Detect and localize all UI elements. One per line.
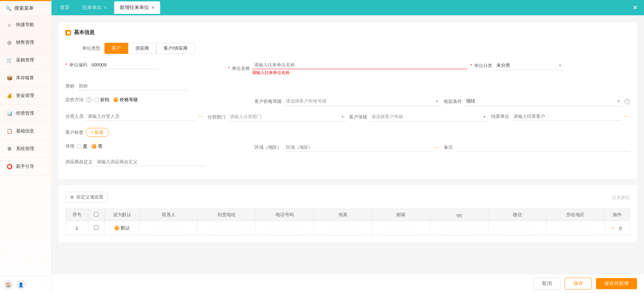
email-input[interactable] [384, 224, 418, 232]
customer-level-label: 客户等级 [349, 114, 367, 120]
row-delete-icon[interactable]: 🗑 [618, 226, 623, 231]
remark-input[interactable] [455, 143, 630, 152]
supplier-custom-input[interactable] [95, 158, 205, 166]
sidebar-item-sales[interactable]: ◎ 销售管理 [0, 34, 51, 51]
col-checkbox [88, 209, 104, 221]
select-all-checkbox[interactable] [94, 212, 99, 217]
row-default-cell: 默认 [104, 221, 140, 235]
newbie-icon: ⭕ [6, 163, 13, 170]
section-title: ▣ 基本信息 [65, 29, 630, 36]
unit-category-field: * 单位分类 未分类 ▼ [470, 61, 630, 70]
row-default-radio[interactable]: 默认 [108, 225, 136, 231]
tab-new-partner[interactable]: 新增往来单位✕ [114, 1, 160, 14]
sidebar-item-label-purchase: 采购管理 [16, 57, 34, 63]
customer-level-select[interactable]: 请选择客户等级 ▼ [369, 112, 488, 122]
settlement-unit-input[interactable] [511, 112, 621, 121]
unit-name-input[interactable] [252, 61, 468, 69]
sidebar-item-inventory[interactable]: 📦 库存核算 [0, 69, 51, 87]
row-region[interactable] [546, 221, 604, 235]
row-phone[interactable] [256, 221, 314, 235]
region-more-icon[interactable]: ··· [433, 144, 441, 150]
row-wechat[interactable] [488, 221, 546, 235]
search-icon: 🔍 [6, 6, 11, 11]
disabled-label: 停用 [65, 143, 74, 149]
customer-price-level-select[interactable]: 请选择客户价格等级 ▼ [284, 97, 441, 106]
quick-nav-icon: ⌂ [6, 21, 13, 29]
form-row-7: 供应商自定义 [65, 158, 630, 166]
tab-bar: 首页往来单位✕新增往来单位✕ ✕ [52, 0, 644, 15]
custom-settings-button[interactable]: ⚙ 自定义项设置 [65, 192, 108, 202]
row-address[interactable] [198, 221, 256, 235]
home-icon[interactable]: 🏠 [3, 280, 13, 290]
manager-input[interactable] [86, 112, 195, 121]
sidebar-item-system[interactable]: ⚙ 系统管理 [0, 140, 51, 158]
row-add-icon[interactable]: + [612, 226, 614, 231]
add-tag-button[interactable]: + 标签 [86, 128, 109, 137]
btn-supplier[interactable]: 供应商 [128, 43, 156, 54]
address-input[interactable] [209, 224, 244, 232]
payment-terms-help-icon[interactable]: ? [625, 99, 630, 104]
form-row-6: 停用 是 否 区 [65, 143, 630, 152]
sidebar-item-quick-nav[interactable]: ⌂ 快捷导航 [0, 16, 51, 34]
tab-close-new-partner[interactable]: ✕ [151, 5, 155, 10]
pricing-price-level-radio[interactable]: 价格等级 [113, 97, 138, 103]
department-select[interactable]: 请输入分管部门 ▼ [228, 112, 347, 122]
row-contact[interactable] [140, 221, 198, 235]
search-menu[interactable]: 🔍 搜索菜单 [0, 1, 51, 16]
row-fax[interactable] [314, 221, 372, 235]
batch-delete-button[interactable]: 批量删除 [612, 195, 630, 201]
payment-terms-select[interactable]: 现结 ▼ [464, 97, 622, 106]
form-row-1: * 单位编码 * 单位名称 请输入往来单位名称 [65, 61, 630, 76]
pricing-radio-group: 折扣 价格等级 [94, 97, 138, 103]
unit-category-select[interactable]: 未分类 ▼ [494, 61, 564, 70]
sidebar-item-label-operations: 经营管理 [16, 110, 34, 116]
save-new-button[interactable]: 保存并新增 [596, 278, 637, 289]
window-close-button[interactable]: ✕ [629, 4, 641, 11]
sidebar: 🔍 搜索菜单 ⌂ 快捷导航 ◎ 销售管理 🛒 采购管理 📦 库存核算 💰 资金管… [0, 0, 52, 293]
phone-input[interactable] [267, 224, 302, 232]
btn-both[interactable]: 客户/供应商 [156, 43, 195, 54]
wechat-input[interactable] [500, 224, 535, 232]
region-input[interactable] [284, 143, 431, 152]
cancel-button[interactable]: 取消 [533, 278, 560, 290]
user-icon[interactable]: 👤 [16, 280, 26, 290]
pricing-discount-radio[interactable]: 折扣 [94, 97, 109, 103]
sidebar-item-label-quick-nav: 快捷导航 [16, 22, 34, 28]
settlement-unit-field: 结算单位 ··· [491, 112, 630, 121]
tab-label-new-partner: 新增往来单位 [120, 5, 149, 11]
price-level-chevron-icon: ▼ [435, 99, 439, 103]
row-email[interactable] [372, 221, 430, 235]
sidebar-item-newbie[interactable]: ⭕ 新手引导 [0, 158, 51, 176]
tab-home[interactable]: 首页 [54, 1, 75, 14]
supplier-custom-field: 供应商自定义 [65, 158, 205, 166]
settlement-more-icon[interactable]: ··· [623, 113, 630, 120]
save-button[interactable]: 保存 [565, 278, 592, 290]
sidebar-item-finance[interactable]: 💰 资金管理 [0, 87, 51, 105]
row-checkbox[interactable] [94, 225, 99, 230]
table-header-row: 序号 设为默认 联系人 到货地址 电话号码 传真 邮箱 qq 微信 所在地区 操… [66, 209, 630, 221]
manager-more-icon[interactable]: ··· [197, 113, 204, 120]
disabled-no-radio[interactable]: 否 [92, 143, 102, 149]
disabled-yes-radio[interactable]: 是 [77, 143, 87, 149]
short-name-input[interactable] [77, 82, 187, 90]
qq-input[interactable] [442, 224, 477, 232]
tab-label-partners: 往来单位 [82, 5, 102, 11]
pricing-help-icon[interactable]: ? [86, 97, 92, 103]
col-no: 序号 [66, 209, 88, 221]
customer-price-level-field: 客户价格等级 请选择客户价格等级 ▼ [254, 97, 441, 106]
sidebar-item-purchase[interactable]: 🛒 采购管理 [0, 51, 51, 69]
row-qq[interactable] [430, 221, 488, 235]
contact-input[interactable] [151, 224, 186, 232]
sidebar-item-operations[interactable]: 📊 经营管理 [0, 105, 51, 122]
fax-input[interactable] [325, 224, 360, 232]
region-field: 区域（地区） ··· [254, 143, 441, 152]
tab-partners[interactable]: 往来单位✕ [77, 1, 113, 14]
tab-close-partners[interactable]: ✕ [104, 5, 107, 10]
unit-code-input[interactable] [89, 61, 159, 69]
btn-customer[interactable]: 客户 [104, 43, 128, 54]
row-region-input[interactable] [558, 224, 593, 232]
payment-terms-chevron-icon: ▼ [617, 99, 620, 103]
col-email: 邮箱 [372, 209, 430, 221]
col-region: 所在地区 [546, 209, 604, 221]
sidebar-item-basic-info[interactable]: 📋 基础信息 [0, 122, 51, 140]
